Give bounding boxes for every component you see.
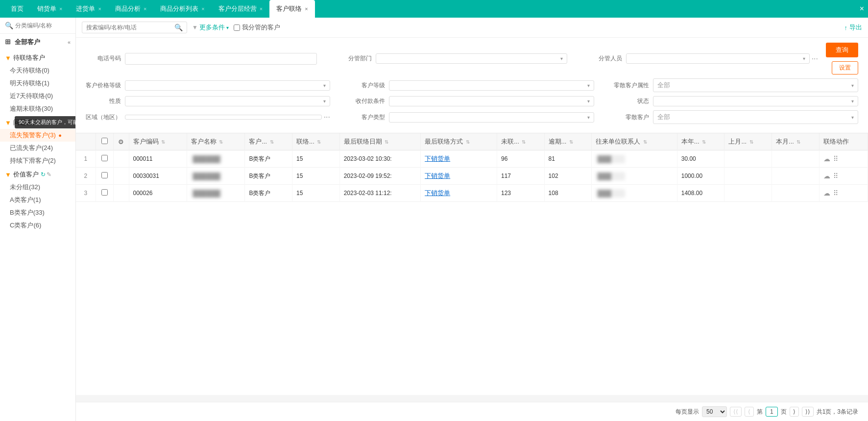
- zero-cust-select[interactable]: 全部 ▾: [653, 110, 858, 124]
- tab-close-sales[interactable]: ×: [59, 6, 62, 12]
- th-last-date[interactable]: 最后联络日期 ⇅: [339, 133, 421, 150]
- last-page-btn[interactable]: ⟩⟩: [802, 407, 814, 417]
- last-way-link-1[interactable]: 下销货单: [425, 155, 450, 162]
- sidebar-item-ungrouped[interactable]: 未分组(32): [0, 181, 75, 194]
- sidebar-item-c-class[interactable]: C类客户(6): [0, 219, 75, 232]
- tab-customer-contact[interactable]: 客户联络 ×: [269, 0, 314, 18]
- price-level-field: 客户价格等级 ▾: [86, 80, 330, 91]
- person-select[interactable]: ▾: [626, 53, 809, 64]
- row-overdue-1: 81: [544, 150, 592, 168]
- sidebar-item-tomorrow[interactable]: 明天待联络(1): [0, 77, 75, 90]
- region-dots[interactable]: ···: [324, 113, 330, 122]
- action-more-icon-2[interactable]: ⠿: [833, 172, 838, 180]
- sidebar-item-today[interactable]: 今天待联络(0): [0, 64, 75, 77]
- th-settings[interactable]: ⚙: [113, 133, 129, 150]
- sidebar-group-pending[interactable]: ▼ 待联络客户: [0, 50, 75, 64]
- th-no-contact[interactable]: 未联... ⇅: [497, 133, 544, 150]
- payment-select[interactable]: ▾: [389, 96, 594, 106]
- filter-icon: ▼: [192, 24, 198, 31]
- payment-chevron: ▾: [587, 99, 590, 104]
- sidebar-item-churn-warning[interactable]: 流失预警客户(3) ●: [0, 129, 75, 142]
- sidebar-item-churned[interactable]: 已流失客户(24): [0, 142, 75, 154]
- gender-select[interactable]: ▾: [125, 96, 330, 106]
- h-scrollbar[interactable]: [76, 395, 868, 402]
- window-close-btn[interactable]: ×: [860, 4, 864, 13]
- filter-search-box: 🔍: [82, 22, 187, 33]
- table-row: 1 000011 ██████ B类客户 15 2023-03-02 10:30…: [76, 150, 868, 168]
- select-all-checkbox[interactable]: [101, 138, 108, 144]
- status-select[interactable]: ▾: [653, 96, 858, 106]
- th-this-year[interactable]: 本年... ⇅: [677, 133, 724, 150]
- tab-sales-order[interactable]: 销货单 ×: [30, 0, 69, 18]
- th-code[interactable]: 客户编码 ⇅: [129, 133, 187, 150]
- my-customers-checkbox[interactable]: [234, 25, 240, 31]
- th-last-way[interactable]: 最后联络方式 ⇅: [421, 133, 497, 150]
- th-type[interactable]: 客户... ⇅: [245, 133, 292, 150]
- action-contact-icon-1[interactable]: ☁: [823, 155, 830, 163]
- refresh-icon[interactable]: ↻: [41, 171, 46, 178]
- sort-icon-name: ⇅: [219, 139, 223, 145]
- region-select[interactable]: [125, 115, 322, 120]
- filter-search-input[interactable]: [86, 24, 174, 31]
- th-last-month[interactable]: 上月... ⇅: [724, 133, 772, 150]
- next-page-btn[interactable]: ⟩: [790, 407, 799, 417]
- filter-search-icon[interactable]: 🔍: [174, 24, 183, 31]
- page-of-label: 第: [757, 408, 763, 416]
- per-page-select[interactable]: 50 100 200: [702, 406, 727, 417]
- cust-type-select[interactable]: ▾: [389, 112, 594, 123]
- tab-home[interactable]: 首页: [4, 0, 30, 18]
- sidebar-item-declining[interactable]: 持续下滑客户(2): [0, 154, 75, 167]
- tab-close-product-list[interactable]: ×: [201, 6, 204, 12]
- th-unit-contact[interactable]: 往来单位联系人 ⇅: [592, 133, 677, 150]
- sidebar-item-overdue[interactable]: 逾期未联络(30): [0, 102, 75, 115]
- person-dots[interactable]: ···: [812, 54, 818, 63]
- th-this-month[interactable]: 本月... ⇅: [772, 133, 820, 150]
- action-contact-icon-3[interactable]: ☁: [823, 189, 830, 197]
- more-conditions-btn[interactable]: ▼ 更多条件 ▾: [192, 23, 229, 32]
- prev-page-btn[interactable]: ⟨: [745, 407, 754, 417]
- zero-attr-select[interactable]: 全部 ▾: [653, 78, 858, 92]
- th-contact[interactable]: 联络... ⇅: [292, 133, 340, 150]
- sidebar-group-value[interactable]: ▼ 价值客户 ↻ ✎: [0, 167, 75, 181]
- action-contact-icon-2[interactable]: ☁: [823, 172, 830, 180]
- price-level-select[interactable]: ▾: [125, 80, 330, 91]
- tab-close-contact[interactable]: ×: [305, 6, 308, 12]
- cust-type-field: 客户类型 ▾: [350, 112, 594, 123]
- sidebar-item-b-class[interactable]: B类客户(33): [0, 206, 75, 219]
- arrow-icon-problem: ▼: [5, 119, 11, 126]
- first-page-btn[interactable]: ⟨⟨: [730, 407, 742, 417]
- sort-icon-unit: ⇅: [643, 139, 647, 145]
- th-name[interactable]: 客户名称 ⇅: [187, 133, 244, 150]
- last-way-link-3[interactable]: 下销货单: [425, 189, 450, 197]
- row-checkbox-3[interactable]: [101, 189, 108, 196]
- sidebar: 🔍 ⊞ 全部客户 « ▼ 待联络客户 今天待联络(0) 明天待联络(1) 近7天…: [0, 18, 76, 421]
- tab-product-analysis[interactable]: 商品分析 ×: [108, 0, 153, 18]
- tab-purchase-order[interactable]: 进货单 ×: [69, 0, 108, 18]
- current-page: 1: [766, 407, 778, 417]
- tab-product-analysis-list[interactable]: 商品分析列表 ×: [153, 0, 211, 18]
- tab-close-segment[interactable]: ×: [260, 6, 263, 12]
- last-way-link-2[interactable]: 下销货单: [425, 172, 450, 179]
- settings-btn[interactable]: 设置: [832, 61, 858, 74]
- row-checkbox-1[interactable]: [101, 155, 108, 161]
- cust-level-select[interactable]: ▾: [389, 80, 594, 91]
- my-customers-checkbox-label[interactable]: 我分管的客户: [234, 23, 280, 32]
- tab-customer-segment[interactable]: 客户分层经营 ×: [212, 0, 269, 18]
- action-more-icon-1[interactable]: ⠿: [833, 155, 838, 163]
- query-btn[interactable]: 查询: [826, 43, 858, 57]
- phone-input[interactable]: [125, 53, 317, 65]
- sort-icon-code: ⇅: [161, 139, 165, 145]
- sidebar-search-input[interactable]: [15, 22, 76, 29]
- edit-icon[interactable]: ✎: [47, 171, 51, 178]
- sidebar-group-problem[interactable]: ▼ 问题客户: [0, 115, 75, 129]
- tab-close-product-analysis[interactable]: ×: [144, 6, 146, 12]
- row-checkbox-2[interactable]: [101, 172, 108, 178]
- action-more-icon-3[interactable]: ⠿: [833, 189, 838, 197]
- sidebar-item-a-class[interactable]: A类客户(1): [0, 194, 75, 206]
- sidebar-item-7days[interactable]: 近7天待联络(0): [0, 90, 75, 102]
- export-btn[interactable]: ↑ 导出: [844, 23, 863, 32]
- th-overdue[interactable]: 逾期... ⇅: [544, 133, 592, 150]
- sidebar-all-customers[interactable]: ⊞ 全部客户 «: [0, 34, 75, 50]
- tab-close-purchase[interactable]: ×: [98, 6, 101, 12]
- dept-select[interactable]: ▾: [376, 53, 568, 64]
